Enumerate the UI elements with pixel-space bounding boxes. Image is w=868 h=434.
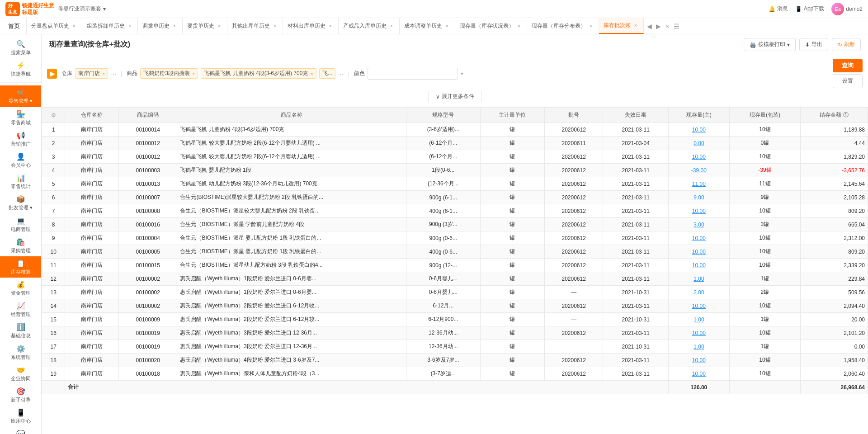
tab-prev-btn[interactable]: ◀ (645, 22, 654, 31)
tab-menu-btn[interactable]: ☰ (672, 22, 681, 31)
export-btn[interactable]: ⬇ 导出 (799, 38, 828, 51)
cell-expire: 2021-03-11 (603, 123, 669, 137)
tab-qita[interactable]: 其他出库单历史 × (227, 18, 283, 34)
sidebar-item-member[interactable]: 👤 会员中心 (0, 150, 41, 171)
product-tag-close-icon[interactable]: × (310, 71, 313, 76)
tab-cailiao[interactable]: 材料出库单历史 × (283, 18, 339, 34)
sidebar-item-ecommerce[interactable]: 💻 电商管理 (0, 214, 41, 235)
tab-xiancun1[interactable]: 现存量（库存状况表） × (455, 18, 527, 34)
tab-close-icon[interactable]: × (588, 23, 594, 29)
settings-btn[interactable]: 设置 (833, 74, 863, 88)
cell-qty-main[interactable]: 10.00 (669, 354, 729, 367)
cell-qty-main[interactable]: 3.00 (669, 218, 729, 231)
cell-qty-main[interactable]: 1.00 (669, 272, 729, 286)
product-filter-tag-2[interactable]: 飞鹤星飞帆 儿童奶粉 4段(3-6岁适用) 700克 × (201, 68, 316, 79)
tab-close-icon[interactable]: × (327, 23, 334, 29)
warehouse-tag-close-icon[interactable]: × (102, 71, 105, 76)
sidebar-item-purchase[interactable]: 🛍️ 采购管理 (0, 235, 41, 256)
tab-close-icon[interactable]: × (272, 23, 278, 29)
color-filter-label: 颜色 (354, 70, 365, 77)
th-qty-pkg: 现存量(包装) (729, 108, 801, 123)
cell-qty-main[interactable]: 10.00 (669, 231, 729, 245)
sidebar-item-nav[interactable]: ⚡ 快捷导航 (0, 58, 41, 80)
tab-close-icon[interactable]: × (171, 23, 178, 29)
table-row: 7 南岸门店 00100008 合生元（BIOSTIME）派星较大婴儿配方奶粉 … (42, 204, 868, 218)
sidebar-item-wechat[interactable]: 💬 企业微信 (0, 427, 41, 434)
cell-no: 15 (42, 313, 65, 326)
product-filter-tag-1[interactable]: 飞鹤奶粉3段丙搪装 × (140, 68, 198, 79)
sidebar-item-mall[interactable]: 🏪 零售商城 (0, 107, 41, 128)
product-filter-more[interactable]: ··· (338, 70, 344, 77)
tab-fenliang[interactable]: 分量盘点单历史 × (27, 18, 82, 34)
warehouse-filter-tag[interactable]: 南岸门店 × (75, 68, 108, 79)
th-settings[interactable]: ⚙ (42, 108, 65, 123)
cell-qty-main[interactable]: 10.00 (669, 367, 729, 381)
filter-expand-btn[interactable]: ▶ (47, 69, 57, 79)
cell-qty-main[interactable]: 1.00 (669, 313, 729, 326)
message-btn[interactable]: 🔔 消息 (769, 5, 788, 13)
tab-close-all-btn[interactable]: × (663, 22, 672, 31)
tab-zuhe[interactable]: 组装拆卸单历史 × (82, 18, 138, 34)
tab-home[interactable]: 首页 (2, 18, 27, 34)
sidebar-item-system[interactable]: ⚙️ 系统管理 (0, 342, 41, 363)
sidebar-item-inventory[interactable]: 📋 库存核算 (0, 256, 41, 278)
tab-close-icon[interactable]: × (127, 23, 133, 29)
sidebar-item-retail[interactable]: 🛒 零售管理 ▾ (0, 85, 41, 107)
cell-qty-main[interactable]: 2.00 (669, 286, 729, 299)
tab-xiancun2[interactable]: 现存量（库存分布表） × (527, 18, 599, 34)
cell-qty-main[interactable]: 10.00 (669, 123, 729, 137)
cell-qty-main[interactable]: 10.00 (669, 259, 729, 272)
cell-qty-main[interactable]: 10.00 (669, 150, 729, 164)
cell-expire: 2021-03-11 (603, 204, 669, 218)
tab-close-icon[interactable]: × (388, 23, 395, 29)
cell-qty-main[interactable]: 10.00 (669, 299, 729, 313)
sidebar-item-appcenter[interactable]: 📱 应用中心 (0, 406, 41, 427)
tab-chengpin[interactable]: 产成品入库单历史 × (339, 18, 400, 34)
cell-qty-main[interactable]: 10.00 (669, 204, 729, 218)
cell-qty-main[interactable]: 10.00 (669, 326, 729, 340)
tab-next-btn[interactable]: ▶ (654, 22, 663, 31)
sidebar-item-marketing[interactable]: 📢 营销推广 (0, 128, 41, 150)
app-download-btn[interactable]: 📱 App下载 (795, 5, 824, 13)
tab-close-icon[interactable]: × (516, 23, 522, 29)
tab-close-icon[interactable]: × (71, 23, 77, 29)
company-selector[interactable]: 母婴行业演示账套 ▾ (58, 5, 106, 13)
user-area[interactable]: Ea demo2 (831, 3, 863, 15)
cell-qty-pkg: 11罐 (729, 177, 801, 191)
cell-expire: 2021-03-11 (603, 272, 669, 286)
expand-more-btn[interactable]: ∨ 展开更多条件 (428, 91, 482, 102)
color-filter-input[interactable] (368, 68, 458, 80)
cell-amount: 1,829.20 (801, 150, 868, 164)
sidebar-item-guide[interactable]: 🎯 新手引导 (0, 384, 41, 406)
refresh-btn[interactable]: ↻ 刷新 (832, 38, 861, 51)
product-filter-tag-more[interactable]: 飞... (319, 68, 335, 79)
cell-qty-main[interactable]: -39.00 (669, 164, 729, 177)
tab-close-icon[interactable]: × (216, 23, 222, 29)
tab-close-icon[interactable]: × (444, 23, 450, 29)
query-btn[interactable]: 查询 (833, 59, 863, 72)
sidebar-item-basic[interactable]: ℹ️ 基础信息 (0, 320, 41, 341)
product-tag-close-icon[interactable]: × (192, 71, 195, 76)
system-icon: ⚙️ (16, 344, 25, 353)
cell-qty-main[interactable]: 0.00 (669, 137, 729, 150)
sidebar-item-wholesale[interactable]: 📦 批发管理 ▾ (0, 192, 41, 213)
cell-qty-main[interactable]: 1.00 (669, 340, 729, 354)
template-print-btn[interactable]: 🖨️ 按模板打印 ▾ (744, 38, 796, 51)
app-download-label: App下载 (804, 5, 824, 13)
sidebar-item-collab[interactable]: 🤝 企业协同 (0, 363, 41, 384)
cell-qty-main[interactable]: 9.00 (669, 191, 729, 204)
tab-kucun[interactable]: 库存批次账 × (599, 18, 644, 34)
tab-chengben[interactable]: 成本调整单历史 × (400, 18, 455, 34)
cell-qty-main[interactable]: 10.00 (669, 245, 729, 259)
cell-qty-main[interactable]: 11.00 (669, 177, 729, 191)
tab-diaob[interactable]: 调拨单历史 × (138, 18, 183, 34)
cell-unit: 罐 (480, 259, 544, 272)
tab-label: 组装拆卸单历史 (87, 22, 125, 30)
sidebar-item-ops[interactable]: 📈 经营管理 (0, 299, 41, 320)
warehouse-filter-more[interactable]: ··· (111, 70, 116, 77)
tab-close-icon[interactable]: × (632, 23, 639, 29)
sidebar-item-finance[interactable]: 💰 资金管理 (0, 278, 41, 299)
sidebar-item-stats[interactable]: 📊 零售统计 (0, 171, 41, 192)
tab-yaoh[interactable]: 要货单历史 × (183, 18, 227, 34)
sidebar-item-search[interactable]: 🔍 搜索菜单 (0, 37, 41, 58)
